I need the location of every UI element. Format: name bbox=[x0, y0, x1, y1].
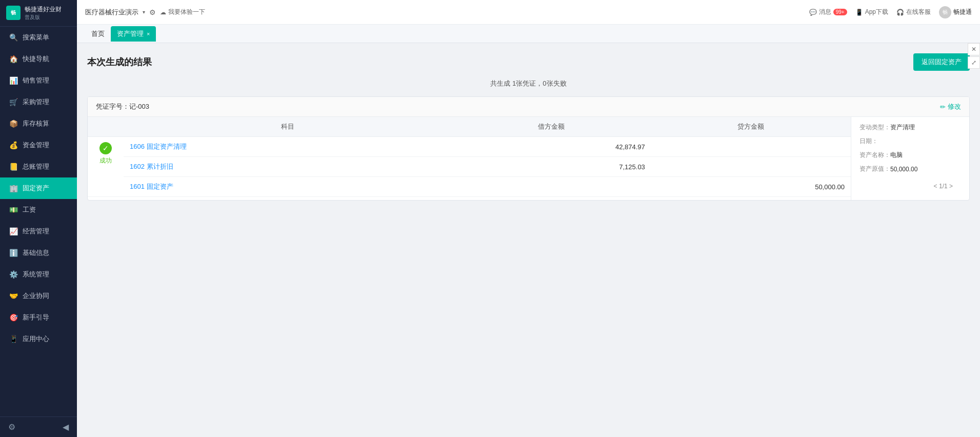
sidebar-icon-guide: 🎯 bbox=[8, 313, 18, 322]
sidebar-label-fixedasset: 固定资产 bbox=[23, 184, 49, 193]
edit-button[interactable]: ✏ 修改 bbox=[940, 102, 961, 111]
sidebar-item-fixedasset[interactable]: 🏢 固定资产 bbox=[0, 177, 77, 199]
feedback-btn[interactable]: ☁ 我要体验一下 bbox=[160, 8, 205, 16]
sidebar-icon-enterprise: 🤝 bbox=[8, 292, 18, 300]
sidebar-item-basicinfo[interactable]: ℹ️ 基础信息 bbox=[0, 242, 77, 264]
sidebar-icon-inventory: 📦 bbox=[8, 120, 18, 128]
company-name: 医疗器械行业演示 bbox=[85, 8, 138, 17]
app-download-label: App下载 bbox=[865, 8, 888, 16]
sidebar-item-enterprise[interactable]: 🤝 企业协同 bbox=[0, 285, 77, 307]
pagination-next[interactable]: > bbox=[949, 183, 953, 190]
sidebar-item-sysmanage[interactable]: ⚙️ 系统管理 bbox=[0, 264, 77, 285]
credit-cell bbox=[651, 137, 851, 157]
debit-cell bbox=[452, 177, 651, 197]
sidebar-item-guide[interactable]: 🎯 新手引导 bbox=[0, 307, 77, 328]
sidebar-label-sales: 销售管理 bbox=[23, 76, 49, 85]
change-type-value: 资产清理 bbox=[890, 123, 915, 132]
settings-icon[interactable]: ⚙ bbox=[8, 422, 15, 432]
detail-asset-name: 资产名称： 电脑 bbox=[859, 151, 961, 160]
messages-btn[interactable]: 💬 消息 99+ bbox=[809, 8, 847, 16]
sidebar-item-inventory[interactable]: 📦 库存核算 bbox=[0, 113, 77, 134]
messages-icon: 💬 bbox=[809, 9, 817, 16]
sidebar-icon-search: 🔍 bbox=[8, 33, 18, 42]
topbar-right: 💬 消息 99+ 📱 App下载 🎧 在线客服 畅 畅捷通 bbox=[809, 6, 972, 18]
sidebar-item-quicknav[interactable]: 🏠 快捷导航 bbox=[0, 48, 77, 70]
online-service-btn[interactable]: 🎧 在线客服 bbox=[896, 8, 931, 16]
voucher-card: 凭证字号：记-003 ✏ 修改 科目 借方金额 贷方金额 bbox=[87, 96, 970, 201]
sidebar-icon-salary: 💵 bbox=[8, 206, 18, 214]
panel-expand-btn[interactable]: ⤢ bbox=[968, 56, 980, 69]
original-value-label: 资产原值： bbox=[859, 165, 890, 173]
table-row: ✓ 成功 1606 固定资产清理 42,874.97 bbox=[88, 137, 851, 157]
detail-date: 日期： bbox=[859, 137, 961, 146]
sidebar-icon-operations: 📈 bbox=[8, 227, 18, 235]
pagination-prev[interactable]: < bbox=[934, 183, 937, 190]
messages-label: 消息 bbox=[819, 8, 831, 16]
tab-asset-label: 资产管理 bbox=[117, 29, 144, 38]
company-dropdown-icon[interactable]: ▾ bbox=[143, 9, 145, 15]
sidebar-logo: 畅 畅捷通好业财 普及版 bbox=[0, 0, 77, 27]
phone-icon: 📱 bbox=[855, 9, 863, 16]
result-summary: 共生成 1张凭证，0张失败 bbox=[87, 79, 970, 88]
original-value-value: 50,000.00 bbox=[890, 166, 917, 173]
user-menu[interactable]: 畅 畅捷通 bbox=[939, 6, 972, 18]
username-label: 畅捷通 bbox=[953, 8, 972, 16]
feedback-icon: ☁ bbox=[160, 9, 166, 16]
sidebar-label-guide: 新手引导 bbox=[23, 313, 49, 322]
voucher-body: 科目 借方金额 贷方金额 ✓ 成功 1606 固定资产清理 42,874.97 … bbox=[88, 117, 969, 200]
tab-close-icon[interactable]: × bbox=[147, 31, 150, 37]
credit-cell bbox=[651, 157, 851, 177]
sidebar-label-purchase: 采购管理 bbox=[23, 97, 49, 107]
online-service-label: 在线客服 bbox=[906, 8, 931, 16]
sidebar-label-salary: 工资 bbox=[23, 205, 36, 214]
success-icon: ✓ bbox=[99, 142, 112, 154]
subject-cell: 1606 固定资产清理 bbox=[124, 137, 452, 157]
success-text: 成功 bbox=[94, 156, 117, 165]
subject-cell: 1601 固定资产 bbox=[124, 177, 452, 197]
main-area: 医疗器械行业演示 ▾ ⚙ ☁ 我要体验一下 💬 消息 99+ 📱 App下载 🎧… bbox=[77, 0, 980, 437]
tab-home[interactable]: 首页 bbox=[85, 26, 111, 42]
tab-asset-management[interactable]: 资产管理 × bbox=[111, 26, 156, 42]
headset-icon: 🎧 bbox=[896, 9, 904, 16]
subject-cell: 1602 累计折旧 bbox=[124, 157, 452, 177]
sidebar-item-sales[interactable]: 📊 销售管理 bbox=[0, 70, 77, 91]
collapse-icon[interactable]: ◀ bbox=[63, 422, 69, 432]
col-credit: 贷方金额 bbox=[651, 117, 851, 137]
app-logo-icon: 畅 bbox=[6, 6, 21, 20]
sidebar-item-salary[interactable]: 💵 工资 bbox=[0, 199, 77, 221]
sidebar-item-ledger[interactable]: 📒 总账管理 bbox=[0, 156, 77, 177]
page-header: 本次生成的结果 返回固定资产 bbox=[87, 53, 970, 71]
sidebar-item-operations[interactable]: 📈 经营管理 bbox=[0, 221, 77, 242]
sidebar-footer: ⚙ ◀ bbox=[0, 416, 77, 437]
voucher-detail: 变动类型： 资产清理 日期： 资产名称： 电脑 资产原值： 50,000.00 bbox=[851, 117, 969, 200]
sidebar-item-search[interactable]: 🔍 搜索菜单 bbox=[0, 27, 77, 48]
sidebar-label-appcenter: 应用中心 bbox=[23, 334, 49, 344]
col-subject: 科目 bbox=[124, 117, 452, 137]
sidebar-label-basicinfo: 基础信息 bbox=[23, 248, 49, 257]
panel-close-btn[interactable]: ✕ bbox=[968, 43, 980, 55]
feedback-label: 我要体验一下 bbox=[168, 8, 205, 16]
sidebar-label-sysmanage: 系统管理 bbox=[23, 270, 49, 279]
app-edition: 普及版 bbox=[25, 14, 62, 21]
sidebar-nav: 🔍 搜索菜单 🏠 快捷导航 📊 销售管理 🛒 采购管理 📦 库存核算 💰 资金管… bbox=[0, 27, 77, 416]
topbar: 医疗器械行业演示 ▾ ⚙ ☁ 我要体验一下 💬 消息 99+ 📱 App下载 🎧… bbox=[77, 0, 980, 25]
topbar-gear-icon[interactable]: ⚙ bbox=[149, 8, 156, 16]
sidebar-item-appcenter[interactable]: 📱 应用中心 bbox=[0, 328, 77, 350]
sidebar-item-capital[interactable]: 💰 资金管理 bbox=[0, 134, 77, 156]
success-cell: ✓ 成功 bbox=[88, 137, 124, 197]
panel-controls: ✕ ⤢ bbox=[968, 43, 980, 69]
page-content: 本次生成的结果 返回固定资产 共生成 1张凭证，0张失败 凭证字号：记-003 … bbox=[77, 43, 980, 437]
voucher-header: 凭证字号：记-003 ✏ 修改 bbox=[88, 97, 969, 117]
pagination-info: 1/1 bbox=[939, 183, 949, 190]
page-title: 本次生成的结果 bbox=[87, 56, 152, 68]
messages-badge: 99+ bbox=[833, 9, 847, 15]
topbar-left: 医疗器械行业演示 ▾ ⚙ ☁ 我要体验一下 bbox=[85, 8, 205, 17]
detail-change-type: 变动类型： 资产清理 bbox=[859, 123, 961, 132]
sidebar-item-purchase[interactable]: 🛒 采购管理 bbox=[0, 91, 77, 113]
app-download-btn[interactable]: 📱 App下载 bbox=[855, 8, 888, 16]
date-label: 日期： bbox=[859, 137, 888, 146]
return-fixed-asset-button[interactable]: 返回固定资产 bbox=[913, 53, 970, 71]
sidebar-label-search: 搜索菜单 bbox=[23, 33, 49, 42]
sidebar-label-quicknav: 快捷导航 bbox=[23, 54, 49, 64]
user-avatar: 畅 bbox=[939, 6, 951, 18]
